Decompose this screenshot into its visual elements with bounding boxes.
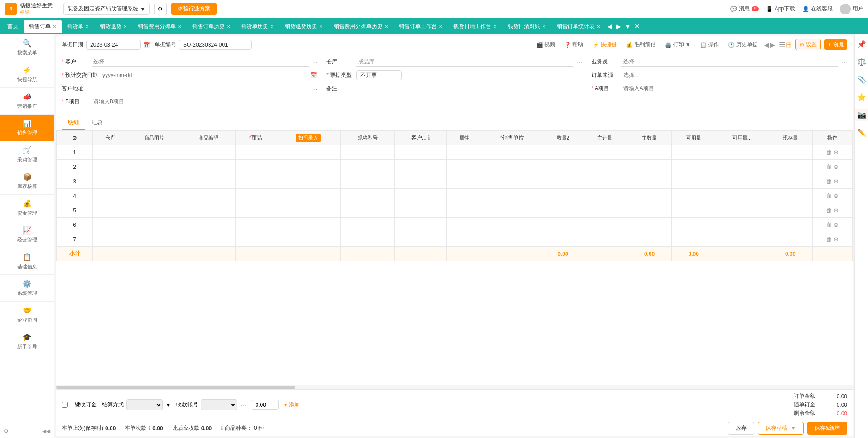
table-cell[interactable]: [543, 160, 583, 174]
table-cell[interactable]: [276, 232, 340, 247]
sidebar-item-operation[interactable]: 📈 经营管理: [0, 221, 54, 248]
table-cell[interactable]: [235, 189, 276, 203]
table-cell[interactable]: [543, 232, 583, 247]
tab-close-icon[interactable]: ✕: [493, 24, 497, 29]
table-cell[interactable]: [394, 160, 446, 174]
staff-input[interactable]: [621, 57, 839, 67]
delete-icon[interactable]: 🗑: [826, 178, 832, 185]
table-cell[interactable]: [768, 232, 813, 247]
tab-next-btn[interactable]: ▶: [614, 21, 623, 32]
messages-btn[interactable]: 💬 消息 9: [730, 5, 759, 13]
table-cell[interactable]: [671, 160, 716, 174]
table-cell[interactable]: [627, 203, 672, 218]
table-cell[interactable]: [627, 174, 672, 189]
table-cell[interactable]: [127, 218, 181, 232]
save-new-btn[interactable]: 保存&新增: [807, 422, 847, 435]
col-settings[interactable]: ⚙: [57, 131, 93, 145]
table-cell[interactable]: [93, 160, 127, 174]
table-cell[interactable]: [716, 203, 768, 218]
tab-menu-btn[interactable]: ▼: [623, 21, 633, 32]
sidebar-item-inventory[interactable]: 📦 库存核算: [0, 168, 54, 195]
table-cell[interactable]: [181, 189, 235, 203]
copy-icon[interactable]: ⊕: [834, 164, 839, 170]
sidebar-item-sales[interactable]: 📊 销售管理: [0, 115, 54, 141]
tab-close-icon[interactable]: ✕: [178, 24, 181, 29]
table-cell[interactable]: [716, 174, 768, 189]
tab-close-icon[interactable]: ✕: [439, 24, 442, 29]
staff-dots-btn[interactable]: ···: [842, 58, 847, 66]
table-cell[interactable]: [627, 145, 672, 160]
profit-btn[interactable]: 💰 毛利预估: [623, 39, 659, 50]
table-cell[interactable]: [627, 232, 672, 247]
tab-close-icon[interactable]: ✕: [319, 24, 323, 29]
col-settings-icon[interactable]: ⚙: [72, 135, 77, 141]
table-cell[interactable]: [481, 232, 543, 247]
scan-btn[interactable]: 扫码录入: [296, 134, 321, 142]
grid-view-icon[interactable]: ⊞: [786, 40, 792, 49]
tab-close-icon[interactable]: ✕: [123, 24, 127, 29]
sidebar-item-purchase[interactable]: 🛒 采购管理: [0, 141, 54, 168]
table-cell[interactable]: [768, 160, 813, 174]
delete-icon[interactable]: 🗑: [826, 236, 832, 243]
sidebar-item-search[interactable]: 🔍 搜索菜单: [0, 34, 54, 61]
account-select[interactable]: [201, 399, 237, 410]
table-cell[interactable]: [671, 174, 716, 189]
sidebar-item-info[interactable]: 📋 基础信息: [0, 248, 54, 275]
one-click-check[interactable]: [62, 402, 68, 408]
tab-home[interactable]: 首页: [2, 20, 24, 33]
customer-input[interactable]: [92, 57, 309, 67]
table-cell[interactable]: [447, 160, 481, 174]
table-cell[interactable]: [481, 203, 543, 218]
table-cell[interactable]: [181, 174, 235, 189]
calendar-icon[interactable]: 📅: [143, 42, 150, 48]
table-cell[interactable]: [543, 174, 583, 189]
table-cell[interactable]: [93, 189, 127, 203]
table-cell[interactable]: [768, 145, 813, 160]
table-cell[interactable]: [235, 160, 276, 174]
sidebar-item-marketing[interactable]: 📣 营销推广: [0, 88, 54, 115]
table-cell[interactable]: [181, 203, 235, 218]
system-selector[interactable]: 装备及固定资产辅助管理系统 ▼: [63, 3, 150, 15]
tab-close-icon[interactable]: ✕: [384, 24, 388, 29]
tab-sales-expense[interactable]: 销售费用分摊单 ✕: [132, 20, 187, 33]
tab-detail[interactable]: 明细: [62, 116, 85, 130]
app-download-btn[interactable]: 📱 App下载: [766, 5, 795, 13]
table-cell[interactable]: [93, 218, 127, 232]
tab-sales-return[interactable]: 销货退货 ✕: [94, 20, 132, 33]
table-cell[interactable]: [235, 174, 276, 189]
table-cell[interactable]: [671, 145, 716, 160]
number-input[interactable]: [179, 40, 252, 50]
tab-close-icon[interactable]: ✕: [227, 24, 230, 29]
delete-icon[interactable]: 🗑: [826, 193, 832, 199]
right-scale-icon[interactable]: ⚖️: [855, 56, 868, 68]
table-cell[interactable]: [768, 218, 813, 232]
table-cell[interactable]: [481, 145, 543, 160]
tab-sales-order-history[interactable]: 销售订单历史 ✕: [187, 20, 236, 33]
tab-order-workbench[interactable]: 销售订单工作台 ✕: [393, 20, 448, 33]
tab-daily-reconcile[interactable]: 钱货日清对账 ✕: [502, 20, 551, 33]
sidebar-item-collab[interactable]: 🤝 企业协同: [0, 302, 54, 328]
table-cell[interactable]: [543, 203, 583, 218]
list-view-icon[interactable]: ☰: [779, 40, 785, 49]
right-pin-icon[interactable]: 📌: [855, 38, 868, 50]
table-cell[interactable]: [627, 218, 672, 232]
table-cell[interactable]: [671, 203, 716, 218]
table-cell[interactable]: [543, 189, 583, 203]
tab-summary[interactable]: 汇总: [85, 116, 109, 130]
print-btn[interactable]: 🖨️ 打印 ▼: [662, 39, 693, 50]
copy-icon[interactable]: ⊕: [834, 178, 839, 185]
delivery-input[interactable]: [101, 71, 308, 80]
table-cell[interactable]: [583, 203, 627, 218]
table-cell[interactable]: [340, 145, 394, 160]
add-link[interactable]: ● 添加: [284, 401, 300, 409]
delete-icon[interactable]: 🗑: [826, 221, 832, 228]
tab-close-icon[interactable]: ✕: [85, 24, 89, 29]
table-cell[interactable]: [447, 218, 481, 232]
table-cell[interactable]: [235, 203, 276, 218]
sidebar-item-system[interactable]: ⚙️ 系统管理: [0, 275, 54, 302]
table-cell[interactable]: [340, 160, 394, 174]
right-edit-icon[interactable]: ✏️: [855, 126, 868, 139]
table-cell[interactable]: [543, 145, 583, 160]
table-cell[interactable]: [768, 174, 813, 189]
save-draft-btn[interactable]: 保存草稿 ▼: [758, 422, 804, 435]
